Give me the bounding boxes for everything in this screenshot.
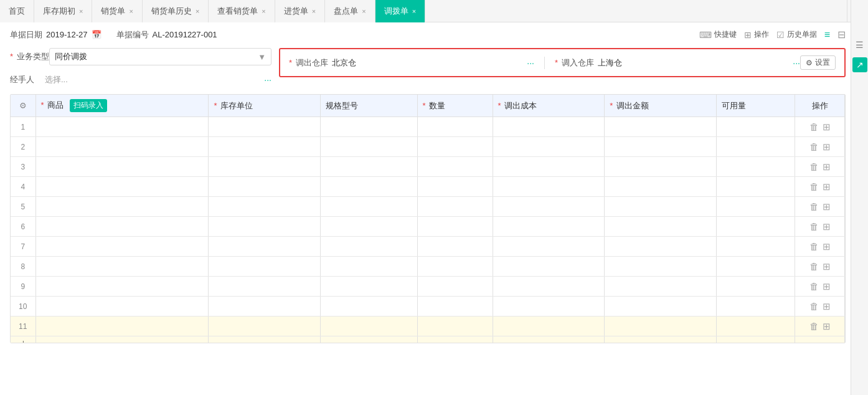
cell-quantity[interactable] [417, 316, 493, 336]
cell-amount[interactable] [605, 177, 717, 197]
tab-view-sales[interactable]: 查看销货单 × [209, 0, 275, 22]
tab-inventory-check[interactable]: 盘点单 × [325, 0, 375, 22]
tab-transfer-close[interactable]: × [412, 7, 416, 15]
cell-amount[interactable] [605, 217, 717, 237]
cell-spec[interactable] [321, 237, 418, 257]
cell-spec[interactable] [321, 157, 418, 177]
cell-spec[interactable] [321, 257, 418, 277]
cell-product[interactable] [35, 277, 209, 297]
copy-row-btn[interactable]: ⊞ [823, 141, 831, 153]
cell-amount[interactable] [605, 237, 717, 257]
cell-product[interactable] [35, 137, 209, 157]
copy-row-btn[interactable]: ⊞ [823, 121, 831, 133]
cell-amount[interactable] [605, 157, 717, 177]
th-settings[interactable]: ⚙ [11, 95, 35, 117]
cell-spec[interactable] [321, 217, 418, 237]
cell-product[interactable] [35, 217, 209, 237]
cell-unit[interactable] [209, 217, 321, 237]
tab-purchase[interactable]: 进货单 × [275, 0, 325, 22]
tab-sales-order-close[interactable]: × [129, 7, 133, 15]
cell-product[interactable] [35, 177, 209, 197]
cell-amount[interactable] [605, 297, 717, 316]
copy-row-btn[interactable]: ⊞ [823, 181, 831, 193]
cell-cost[interactable] [493, 117, 605, 137]
cell-unit[interactable] [209, 177, 321, 197]
cell-available[interactable] [716, 157, 795, 177]
cell-amount[interactable] [605, 257, 717, 277]
cell-available[interactable] [716, 277, 795, 297]
tab-inventory-init-close[interactable]: × [79, 7, 83, 15]
cell-spec[interactable] [321, 316, 418, 336]
cell-spec[interactable] [321, 117, 418, 137]
cell-cost[interactable] [493, 237, 605, 257]
tab-purchase-close[interactable]: × [312, 7, 316, 15]
tab-home[interactable]: 首页 [0, 0, 34, 22]
calendar-icon[interactable]: 📅 [92, 30, 101, 39]
tab-sales-history[interactable]: 销货单历史 × [143, 0, 209, 22]
cell-available[interactable] [716, 197, 795, 217]
cell-amount[interactable] [605, 197, 717, 217]
cell-available[interactable] [716, 237, 795, 257]
cell-available[interactable] [716, 177, 795, 197]
cell-spec[interactable] [321, 177, 418, 197]
cell-cost[interactable] [493, 217, 605, 237]
scan-button[interactable]: 扫码录入 [70, 99, 107, 112]
cell-quantity[interactable] [417, 157, 493, 177]
copy-row-btn[interactable]: ⊞ [823, 221, 831, 232]
delete-row-btn[interactable]: 🗑 [809, 301, 819, 312]
cell-cost[interactable] [493, 177, 605, 197]
cell-spec[interactable] [321, 297, 418, 316]
cell-cost[interactable] [493, 137, 605, 157]
cell-spec[interactable] [321, 277, 418, 297]
cell-available[interactable] [716, 297, 795, 316]
cell-unit[interactable] [209, 257, 321, 277]
cell-unit[interactable] [209, 157, 321, 177]
shortcuts-btn[interactable]: ⌨ 快捷键 [699, 29, 737, 40]
cell-quantity[interactable] [417, 177, 493, 197]
cell-quantity[interactable] [417, 237, 493, 257]
cell-cost[interactable] [493, 316, 605, 336]
cell-amount[interactable] [605, 117, 717, 137]
delete-row-btn[interactable]: 🗑 [809, 161, 819, 173]
cell-unit[interactable] [209, 237, 321, 257]
table-settings-gear-icon[interactable]: ⚙ [19, 101, 27, 110]
history-btn[interactable]: ☑ 历史单据 [776, 29, 817, 40]
delete-row-btn[interactable]: 🗑 [809, 201, 819, 212]
cell-available[interactable] [716, 316, 795, 336]
business-type-select[interactable]: 同价调拨 ▼ [49, 48, 271, 65]
cell-available[interactable] [716, 257, 795, 277]
cell-product[interactable] [35, 237, 209, 257]
layout-grid-icon[interactable]: ⊟ [837, 29, 846, 40]
cell-quantity[interactable] [417, 257, 493, 277]
cell-product[interactable] [35, 197, 209, 217]
copy-row-btn[interactable]: ⊞ [823, 201, 831, 212]
tab-sales-order[interactable]: 销货单 × [92, 0, 142, 22]
cell-spec[interactable] [321, 197, 418, 217]
delete-row-btn[interactable]: 🗑 [809, 261, 819, 272]
layout-list-icon[interactable]: ≡ [824, 29, 830, 40]
delete-row-btn[interactable]: 🗑 [809, 221, 819, 232]
cell-cost[interactable] [493, 157, 605, 177]
cell-quantity[interactable] [417, 297, 493, 316]
cell-cost[interactable] [493, 257, 605, 277]
copy-row-btn[interactable]: ⊞ [823, 321, 831, 332]
cell-unit[interactable] [209, 197, 321, 217]
tab-sales-history-close[interactable]: × [196, 7, 199, 15]
cell-amount[interactable] [605, 137, 717, 157]
cell-product[interactable] [35, 297, 209, 316]
cell-quantity[interactable] [417, 137, 493, 157]
handler-more-btn[interactable]: ··· [264, 75, 271, 85]
cell-quantity[interactable] [417, 277, 493, 297]
sidebar-list-icon[interactable]: ☰ [852, 37, 867, 52]
copy-row-btn[interactable]: ⊞ [823, 261, 831, 272]
copy-row-btn[interactable]: ⊞ [823, 301, 831, 312]
cell-quantity[interactable] [417, 217, 493, 237]
transfer-in-more-btn[interactable]: ··· [793, 58, 800, 68]
cell-cost[interactable] [493, 277, 605, 297]
copy-row-btn[interactable]: ⊞ [823, 161, 831, 173]
cell-unit[interactable] [209, 117, 321, 137]
cell-product[interactable] [35, 157, 209, 177]
cell-available[interactable] [716, 217, 795, 237]
delete-row-btn[interactable]: 🗑 [809, 181, 819, 193]
cell-amount[interactable] [605, 316, 717, 336]
